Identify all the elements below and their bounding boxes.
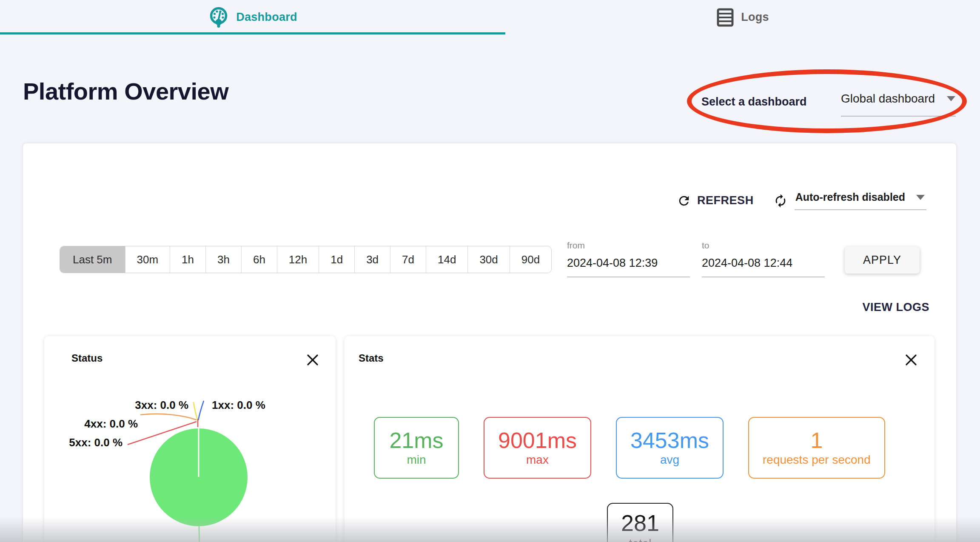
time-range-6h[interactable]: 6h <box>241 246 277 273</box>
time-range-1h[interactable]: 1h <box>170 246 205 273</box>
dashboard-select-label: Select a dashboard <box>701 95 807 108</box>
time-range-30m[interactable]: 30m <box>125 246 170 273</box>
chevron-down-icon <box>916 195 925 200</box>
apply-button[interactable]: APPLY <box>845 247 920 274</box>
time-range-30d[interactable]: 30d <box>467 246 509 273</box>
tab-logs[interactable]: Logs <box>505 0 980 34</box>
tab-bar: Dashboard Logs <box>0 0 980 34</box>
refresh-icon <box>677 194 691 208</box>
time-range-3d[interactable]: 3d <box>354 246 390 273</box>
stat-box-avg: 3453msavg <box>616 417 724 479</box>
total-stat-box: 281 total <box>607 503 673 542</box>
page-title: Platform Overview <box>23 77 228 105</box>
time-range-3h[interactable]: 3h <box>205 246 241 273</box>
leader-line-2xx <box>199 526 200 542</box>
stat-label: max <box>526 453 549 467</box>
pie-label-3xx: 3xx: 0.0 % <box>135 399 188 411</box>
tab-dashboard[interactable]: Dashboard <box>0 0 505 34</box>
from-field[interactable]: from 2024-04-08 12:39 <box>567 240 690 277</box>
status-widget-title: Status <box>71 352 103 364</box>
from-field-label: from <box>567 240 690 251</box>
total-stat-label: total <box>608 537 672 542</box>
time-range-1d[interactable]: 1d <box>319 246 354 273</box>
time-range-14d[interactable]: 14d <box>426 246 467 273</box>
stat-label: min <box>407 453 426 467</box>
dashboard-select[interactable]: Global dashboard <box>841 92 956 117</box>
dashboard-panel: REFRESH Auto-refresh disabled Last 5m30m… <box>23 143 956 542</box>
time-range-7d[interactable]: 7d <box>390 246 426 273</box>
app-root: Dashboard Logs Platform Overview Select … <box>0 0 980 542</box>
stat-value: 1 <box>810 429 823 452</box>
status-pie-chart: 3xx: 0.0 % 1xx: 0.0 % 4xx: 0.0 % 5xx: 0.… <box>44 383 336 542</box>
pie-label-1xx: 1xx: 0.0 % <box>212 399 265 411</box>
close-icon[interactable] <box>306 353 319 367</box>
status-widget: Status 3xx: 0.0 % 1xx: 0.0 % 4xx: 0.0 % … <box>44 336 336 542</box>
auto-refresh-select[interactable]: Auto-refresh disabled <box>773 191 926 210</box>
time-range-group: Last 5m30m1h3h6h12h1d3d7d14d30d90d <box>60 246 552 273</box>
pie-label-4xx: 4xx: 0.0 % <box>84 417 138 430</box>
stat-value: 3453ms <box>630 429 709 452</box>
gauge-icon <box>208 6 229 29</box>
stat-box-max: 9001msmax <box>484 417 591 479</box>
to-field-label: to <box>702 240 825 251</box>
stat-value: 9001ms <box>498 429 577 452</box>
from-field-value[interactable]: 2024-04-08 12:39 <box>567 257 690 277</box>
stat-value: 21ms <box>389 429 443 452</box>
stat-label: avg <box>660 453 679 467</box>
tab-dashboard-label: Dashboard <box>236 11 297 24</box>
refresh-button-label: REFRESH <box>697 194 754 207</box>
close-icon[interactable] <box>904 353 918 367</box>
stat-box-requests-per-second: 1requests per second <box>748 417 885 479</box>
stats-widget-title: Stats <box>359 352 384 364</box>
view-logs-link[interactable]: VIEW LOGS <box>862 301 929 314</box>
dashboard-select-value: Global dashboard <box>841 92 935 106</box>
chevron-down-icon <box>947 96 955 101</box>
to-field[interactable]: to 2024-04-08 12:44 <box>702 240 825 277</box>
leader-line-4xx <box>140 414 197 420</box>
active-tab-indicator <box>0 32 505 34</box>
auto-refresh-label: Auto-refresh disabled <box>795 191 905 203</box>
leader-line-3xx <box>194 402 198 420</box>
auto-refresh-icon <box>773 194 788 208</box>
logs-icon <box>716 8 734 27</box>
stats-widget: Stats 21msmin9001msmax3453msavg1requests… <box>345 336 934 542</box>
stat-label: requests per second <box>763 453 871 467</box>
to-field-value[interactable]: 2024-04-08 12:44 <box>702 257 825 277</box>
stat-box-min: 21msmin <box>374 417 459 479</box>
leader-line-1xx <box>198 401 204 420</box>
refresh-button[interactable]: REFRESH <box>677 194 754 208</box>
refresh-row: REFRESH Auto-refresh disabled <box>677 191 926 210</box>
time-range-last-5m[interactable]: Last 5m <box>60 246 125 273</box>
time-range-12h[interactable]: 12h <box>277 246 319 273</box>
tab-logs-label: Logs <box>741 11 769 24</box>
time-range-90d[interactable]: 90d <box>510 246 551 273</box>
stat-boxes-row: 21msmin9001msmax3453msavg1requests per s… <box>374 417 885 479</box>
total-stat-value: 281 <box>608 510 672 536</box>
pie-label-5xx: 5xx: 0.0 % <box>69 436 122 449</box>
